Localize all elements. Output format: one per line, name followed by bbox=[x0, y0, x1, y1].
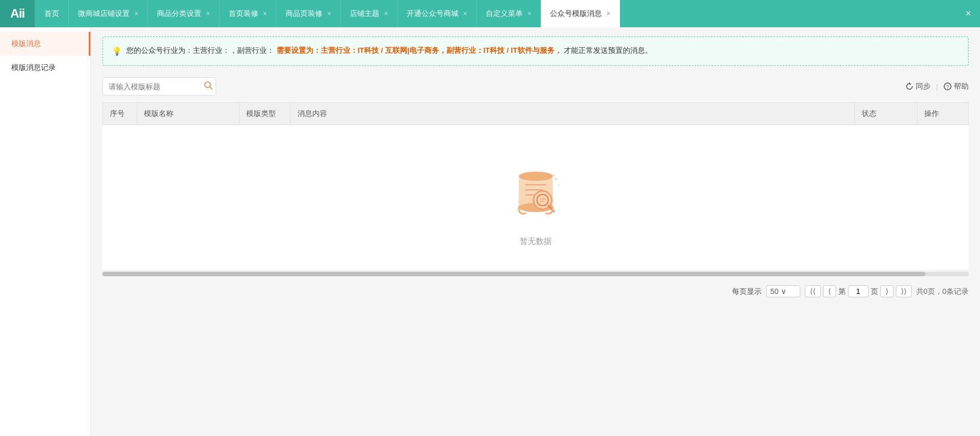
sync-button[interactable]: 同步 bbox=[905, 81, 931, 92]
search-input-wrap bbox=[102, 77, 216, 95]
svg-point-17 bbox=[557, 184, 559, 186]
first-page-icon2: ⟨ bbox=[813, 287, 816, 296]
page-label-post: 页 bbox=[871, 286, 878, 297]
next-page-icon: ⟩ bbox=[886, 287, 888, 296]
horizontal-scrollbar[interactable] bbox=[102, 272, 969, 276]
svg-point-6 bbox=[519, 172, 553, 181]
sync-label: 同步 bbox=[916, 81, 931, 92]
page-label-pre: 第 bbox=[838, 286, 846, 297]
nav-tab-home[interactable]: 首页 bbox=[35, 0, 69, 27]
tab-label-custom-menu: 自定义菜单 bbox=[486, 9, 523, 19]
close-icon-open-shop[interactable]: × bbox=[463, 10, 467, 18]
close-icon-home-decor[interactable]: × bbox=[263, 10, 267, 18]
sidebar-label-template-record: 模版消息记录 bbox=[11, 63, 56, 72]
brand-label: Ai bbox=[10, 6, 22, 21]
svg-line-1 bbox=[210, 87, 212, 89]
table-wrap: 序号 模版名称 模版类型 消息内容 状态 bbox=[102, 102, 969, 279]
close-icon-custom-menu[interactable]: × bbox=[527, 10, 531, 18]
sidebar-label-template-msg: 模版消息 bbox=[11, 39, 41, 48]
tab-label-template-msg: 公众号模版消息 bbox=[550, 9, 602, 19]
notice-prefix: 您的公众号行业为：主营行业：，副营行业： bbox=[126, 46, 274, 55]
total-info: 共0页，0条记录 bbox=[916, 286, 969, 297]
col-header-status: 状态 bbox=[855, 103, 917, 125]
page-size-select[interactable]: 50 ∨ bbox=[766, 285, 800, 297]
nav-tab-home-decor[interactable]: 首页装修 × bbox=[220, 0, 276, 27]
notice-icon: 💡 bbox=[112, 45, 122, 57]
tab-label-product-category: 商品分类设置 bbox=[157, 9, 201, 19]
tab-label-wechat-shop: 微商城店铺设置 bbox=[78, 9, 130, 19]
nav-tab-product-decor[interactable]: 商品页装修 × bbox=[276, 0, 341, 27]
close-icon-product-decor[interactable]: × bbox=[327, 10, 331, 18]
notice-text: 您的公众号行业为：主营行业：，副营行业： 需要设置为：主营行业：IT科技 / 互… bbox=[126, 45, 652, 57]
page-nav: ⟨ ⟨ ⟨ 第 页 ⟩ ⟩ ⟩ bbox=[805, 285, 911, 297]
brand-tab: Aii bbox=[0, 0, 35, 27]
tab-label-home-decor: 首页装修 bbox=[229, 9, 258, 19]
nav-tab-wechat-shop[interactable]: 微商城店铺设置 × bbox=[69, 0, 148, 27]
help-button[interactable]: ? 帮助 bbox=[944, 81, 969, 92]
col-header-type: 模版类型 bbox=[239, 103, 291, 125]
toolbar-right: 同步 | ? 帮助 bbox=[905, 81, 969, 92]
help-label: 帮助 bbox=[954, 81, 969, 92]
empty-illustration: ✦ bbox=[502, 159, 570, 227]
nav-tab-product-category[interactable]: 商品分类设置 × bbox=[148, 0, 220, 27]
next-page-button[interactable]: ⟩ bbox=[880, 285, 894, 297]
chevron-down-icon: ∨ bbox=[781, 287, 787, 296]
sidebar-item-template-msg[interactable]: 模版消息 bbox=[0, 32, 90, 56]
page-number-input[interactable] bbox=[848, 285, 869, 297]
data-table: 序号 模版名称 模版类型 消息内容 状态 bbox=[102, 102, 969, 269]
tab-label-home: 首页 bbox=[44, 9, 59, 19]
prev-page-button[interactable]: ⟨ bbox=[823, 285, 836, 297]
notice-suffix: 才能正常发送预置的消息。 bbox=[564, 46, 652, 55]
prev-page-icon: ⟨ bbox=[828, 287, 831, 296]
sidebar: 模版消息 模版消息记录 bbox=[0, 27, 91, 436]
tab-label-shop-theme: 店铺主题 bbox=[350, 9, 379, 19]
tab-label-product-decor: 商品页装修 bbox=[286, 9, 322, 19]
nav-tab-shop-theme[interactable]: 店铺主题 × bbox=[341, 0, 398, 27]
close-icon-template-msg[interactable]: × bbox=[606, 10, 610, 18]
empty-state: ✦ 暂无数据 bbox=[103, 125, 969, 269]
close-icon-shop-theme[interactable]: × bbox=[384, 10, 388, 18]
notice-highlight: 需要设置为：主营行业：IT科技 / 互联网|电子商务，副营行业：IT科技 / I… bbox=[276, 46, 562, 55]
nav-tab-custom-menu[interactable]: 自定义菜单 × bbox=[477, 0, 541, 27]
top-nav: Aii 首页 微商城店铺设置 × 商品分类设置 × 首页装修 × 商品页装修 ×… bbox=[0, 0, 980, 27]
col-header-name: 模版名称 bbox=[137, 103, 239, 125]
page-size-value: 50 bbox=[770, 287, 778, 296]
close-icon-product-category[interactable]: × bbox=[206, 10, 210, 18]
main-layout: 模版消息 模版消息记录 💡 您的公众号行业为：主营行业：，副营行业： 需要设置为… bbox=[0, 27, 980, 436]
svg-text:✦: ✦ bbox=[552, 173, 556, 178]
empty-text: 暂无数据 bbox=[103, 236, 969, 247]
sidebar-item-template-record[interactable]: 模版消息记录 bbox=[0, 56, 90, 80]
notice-box: 💡 您的公众号行业为：主营行业：，副营行业： 需要设置为：主营行业：IT科技 /… bbox=[102, 36, 969, 66]
search-input[interactable] bbox=[109, 82, 204, 91]
search-button[interactable] bbox=[204, 81, 213, 92]
toolbar-divider: | bbox=[936, 82, 938, 91]
col-header-content: 消息内容 bbox=[291, 103, 855, 125]
first-page-button[interactable]: ⟨ ⟨ bbox=[805, 285, 821, 297]
pagination: 每页显示 50 ∨ ⟨ ⟨ ⟨ 第 页 ⟩ ⟩ bbox=[102, 279, 969, 300]
col-header-action: 操作 bbox=[917, 103, 969, 125]
content-area: 💡 您的公众号行业为：主营行业：，副营行业： 需要设置为：主营行业：IT科技 /… bbox=[91, 27, 980, 436]
empty-row: ✦ 暂无数据 bbox=[103, 125, 969, 270]
svg-text:?: ? bbox=[946, 84, 949, 90]
tab-label-open-shop: 开通公众号商城 bbox=[407, 9, 458, 19]
page-size-label: 每页显示 bbox=[732, 286, 762, 297]
search-bar: 同步 | ? 帮助 bbox=[102, 77, 969, 95]
last-page-button[interactable]: ⟩ ⟩ bbox=[896, 285, 912, 297]
scrollbar-thumb[interactable] bbox=[102, 272, 925, 276]
col-header-seq: 序号 bbox=[103, 103, 137, 125]
close-all-button[interactable]: × bbox=[957, 9, 980, 19]
last-page-icon2: ⟩ bbox=[904, 287, 907, 296]
nav-tab-template-msg[interactable]: 公众号模版消息 × bbox=[541, 0, 620, 27]
close-icon-wechat-shop[interactable]: × bbox=[134, 10, 138, 18]
nav-tab-open-shop[interactable]: 开通公众号商城 × bbox=[398, 0, 477, 27]
table-header-row: 序号 模版名称 模版类型 消息内容 状态 bbox=[103, 103, 969, 125]
